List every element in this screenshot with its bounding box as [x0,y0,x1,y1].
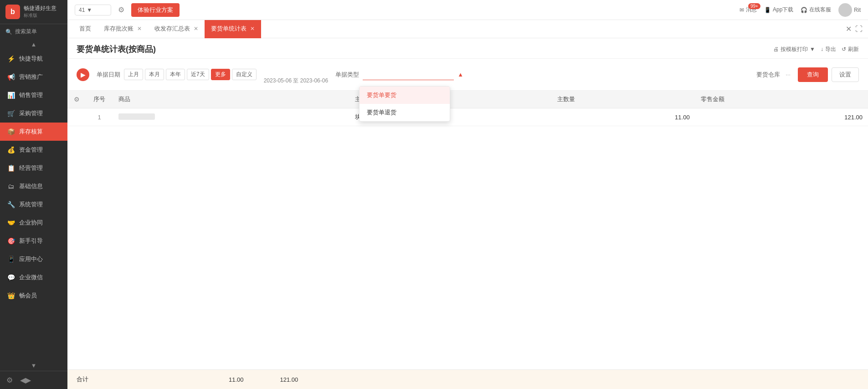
gear-icon: ⚙ [118,5,124,14]
collapse-icon[interactable]: ◀▶ [20,376,31,384]
expand-button[interactable]: ⛶ [855,25,863,33]
appstore-icon: 📱 [6,255,15,264]
close-all-button[interactable]: ✕ [846,25,852,33]
chevron-up-icon[interactable]: ▲ [457,71,463,78]
dropdown-item-label: 要货单要货 [367,92,396,98]
tab-home[interactable]: 首页 [73,20,98,38]
tab-order-stats[interactable]: 要货单统计表 ✕ [205,20,261,38]
logo-title: 畅捷通好生意 [24,5,56,12]
message-badge: 99+ [748,3,760,9]
message-button[interactable]: ✉ 消息 99+ [740,6,757,14]
row-quantity-cell: 11.00 [552,108,695,126]
finance-icon: 💰 [6,145,15,154]
type-select-input[interactable] [363,69,454,80]
dropdown-item-order-return[interactable]: 要货单退货 [360,104,450,121]
sidebar-item-appstore[interactable]: 📱 应用中心 [0,250,67,268]
app-download-label: App下载 [773,6,793,14]
scroll-down-btn[interactable]: ▼ [0,360,67,371]
user-menu[interactable]: Rit [838,3,861,17]
this-month-btn[interactable]: 本月 [145,69,164,80]
data-table-wrap: ⚙ 序号 商品 主计量单位 主数量 零售金额 1 [67,91,868,369]
sidebar-item-collab[interactable]: 🤝 企业协同 [0,214,67,232]
phone-icon: 📱 [764,7,771,13]
type-label: 单据类型 [335,71,359,79]
sidebar-item-marketing[interactable]: 📢 营销推广 [0,68,67,86]
sidebar-item-wechat[interactable]: 💬 企业微信 [0,268,67,287]
sidebar-item-basic[interactable]: 🗂 基础信息 [0,177,67,195]
tab-inventory-batch[interactable]: 库存批次账 ✕ [98,20,148,38]
sidebar-item-inventory[interactable]: 📦 库存核算 [0,123,67,141]
row-settings-cell [67,108,86,126]
sidebar-item-label: 基础信息 [19,182,43,190]
settings-icon[interactable]: ⚙ [6,376,13,384]
search-menu-item[interactable]: 🔍 搜索菜单 [0,24,67,39]
custom-date-btn[interactable]: 自定义 [232,69,257,80]
query-button[interactable]: 查询 [798,67,828,82]
sidebar-item-label: 快捷导航 [19,55,43,63]
more-dates-btn[interactable]: 更多 [211,69,230,80]
topbar-gear-button[interactable]: ⚙ [115,4,128,16]
date-filter-group: 单据日期 上月 本月 本年 近7天 更多 自定义 [97,69,257,80]
table-header-row: ⚙ 序号 商品 主计量单位 主数量 零售金额 [67,91,868,108]
sidebar-item-sales[interactable]: 📊 销售管理 [0,86,67,104]
main-content: 41 ▼ ⚙ 体验行业方案 ✉ 消息 99+ 📱 App下载 🎧 在线客服 [67,0,868,389]
sidebar-item-label: 企业协同 [19,219,43,227]
settings-button[interactable]: 设置 [832,67,859,82]
guide-icon: 🎯 [6,236,15,246]
tab-order-stats-label: 要货单统计表 [211,25,247,33]
sidebar-item-label: 营销推广 [19,73,43,81]
last-month-btn[interactable]: 上月 [124,69,143,80]
warehouse-filter-group: 要货仓库 ··· [756,71,791,79]
wechat-icon: 💬 [6,273,15,282]
refresh-label: 刷新 [848,46,859,53]
sidebar-item-member[interactable]: 👑 畅会员 [0,287,67,305]
scroll-up-btn[interactable]: ▲ [0,39,67,50]
sidebar-item-quick-nav[interactable]: ⚡ 快捷导航 [0,50,67,68]
filter-bar: ▶ 单据日期 上月 本月 本年 近7天 更多 自定义 2023-05-06 至 … [67,59,868,91]
refresh-icon: ↺ [842,46,846,52]
sidebar-item-label: 系统管理 [19,200,43,209]
data-table: ⚙ 序号 商品 主计量单位 主数量 零售金额 1 [67,91,868,126]
sidebar-nav: ⚡ 快捷导航 📢 营销推广 📊 销售管理 🛒 采购管理 📦 库存核算 💰 资金管… [0,50,67,360]
member-icon: 👑 [6,291,15,300]
sidebar-item-system[interactable]: 🔧 系统管理 [0,195,67,214]
goods-col-header: 商品 [113,91,349,108]
app-logo: b 畅捷通好生意 标准版 [0,0,67,24]
dropdown-item-order-goods[interactable]: 要货单要货 [360,87,450,104]
tab-inventory-batch-close[interactable]: ✕ [137,26,142,31]
dropdown-item-label: 要货单退货 [367,109,396,116]
tab-receive-summary[interactable]: 收发存汇总表 ✕ [148,20,205,38]
print-icon: 🖨 [773,46,779,52]
tab-receive-summary-label: 收发存汇总表 [154,25,190,33]
store-selector[interactable]: 41 ▼ [75,5,111,15]
online-service-button[interactable]: 🎧 在线客服 [801,6,831,14]
date-range: 2023-05-06 至 2023-06-06 [264,77,328,85]
warehouse-more-icon[interactable]: ··· [786,71,791,78]
tab-receive-summary-close[interactable]: ✕ [194,26,198,31]
sidebar-bottom: ⚙ ◀▶ [0,371,67,389]
chevron-down-icon: ▼ [810,46,815,52]
operation-icon: 📋 [6,164,15,173]
tab-order-stats-close[interactable]: ✕ [250,26,255,31]
print-button[interactable]: 🖨 按模板打印 ▼ [773,46,815,53]
sidebar-item-operation[interactable]: 📋 经营管理 [0,159,67,177]
sidebar-item-guide[interactable]: 🎯 新手引导 [0,232,67,250]
footer-label: 合计 [77,375,88,384]
refresh-button[interactable]: ↺ 刷新 [842,46,859,53]
date-quick-buttons: 上月 本月 本年 近7天 更多 自定义 [124,69,257,80]
this-year-btn[interactable]: 本年 [166,69,185,80]
app-download-button[interactable]: 📱 App下载 [764,6,793,14]
user-name: Rit [854,7,861,13]
basic-icon: 🗂 [6,182,15,191]
sidebar-item-purchase[interactable]: 🛒 采购管理 [0,104,67,123]
export-button[interactable]: ↓ 导出 [821,46,836,53]
last-7-days-btn[interactable]: 近7天 [187,69,209,80]
column-settings-icon[interactable]: ⚙ [74,96,80,103]
avatar [838,3,852,17]
search-icon: 🔍 [5,29,12,35]
topbar-right: ✉ 消息 99+ 📱 App下载 🎧 在线客服 Rit [740,3,861,17]
type-dropdown: 要货单要货 要货单退货 [359,86,450,122]
expand-filter-button[interactable]: ▶ [77,68,89,81]
sidebar-item-finance[interactable]: 💰 资金管理 [0,141,67,159]
trial-button[interactable]: 体验行业方案 [131,3,180,17]
